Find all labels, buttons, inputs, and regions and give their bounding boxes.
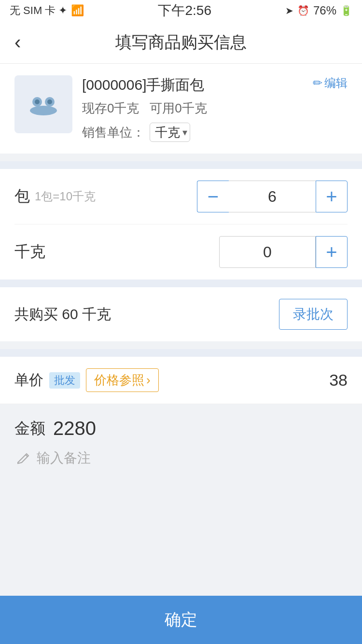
price-ref-arrow-icon: › [146, 373, 151, 388]
confirm-button[interactable]: 确定 [0, 596, 362, 644]
wifi-icon: 📶 [71, 4, 84, 17]
amount-section: 金额 2280 输入备注 [0, 404, 362, 477]
unit-select-wrapper[interactable]: 千克 包 克 [150, 123, 190, 142]
price-section: 单价 批发 价格参照 › 38 [0, 357, 362, 404]
kg-increment-button[interactable]: + [316, 236, 348, 268]
amount-label: 金额 [14, 418, 45, 439]
bag-quantity-control: − + [197, 181, 348, 212]
price-ref-button[interactable]: 价格参照 › [86, 368, 159, 392]
product-card: [0000006]手撕面包 ✏ 编辑 现存0千克 可用0千克 销售单位： 千克 … [0, 64, 362, 154]
summary-text: 共购买 60 千克 [14, 305, 111, 324]
product-thumbnail [14, 75, 72, 133]
product-name-text: 手撕面包 [146, 77, 204, 93]
section-divider-1 [0, 161, 362, 169]
edit-label: 编辑 [324, 75, 348, 91]
section-divider-3 [0, 349, 362, 357]
bag-label: 包 [14, 186, 30, 207]
pencil-icon [14, 449, 32, 467]
back-button[interactable]: ‹ [10, 27, 26, 58]
battery-label: 76% [313, 4, 336, 17]
edit-button[interactable]: ✏ 编辑 [313, 75, 348, 91]
product-stock: 现存0千克 可用0千克 [82, 100, 348, 117]
battery-icon: 🔋 [340, 5, 352, 16]
product-name: [0000006]手撕面包 [82, 75, 204, 95]
location-icon: ➤ [285, 5, 293, 16]
status-left: 无 SIM 卡 ✦ 📶 [10, 3, 84, 18]
stock-label: 现存0千克 [82, 101, 139, 115]
product-info: [0000006]手撕面包 ✏ 编辑 现存0千克 可用0千克 销售单位： 千克 … [82, 75, 348, 142]
product-name-row: [0000006]手撕面包 ✏ 编辑 [82, 75, 348, 95]
page-title: 填写商品购买信息 [115, 31, 247, 54]
bag-decrement-button[interactable]: − [197, 181, 229, 212]
kg-label: 千克 [14, 241, 45, 263]
product-code: [0000006] [82, 77, 146, 93]
bag-input-row: 包 1包=10千克 − + [14, 169, 348, 224]
svg-point-2 [30, 106, 57, 115]
bag-increment-button[interactable]: + [316, 181, 348, 212]
sim-label: 无 SIM 卡 ✦ [10, 3, 67, 18]
price-ref-label: 价格参照 [94, 372, 144, 389]
nav-bar: ‹ 填写商品购买信息 [0, 21, 362, 64]
status-time: 下午2:56 [158, 1, 211, 20]
status-right: ➤ ⏰ 76% 🔋 [285, 4, 352, 17]
amount-row: 金额 2280 [14, 418, 348, 439]
back-icon: ‹ [14, 31, 21, 53]
price-label-row: 单价 批发 价格参照 › [14, 368, 159, 392]
batch-button[interactable]: 录批次 [279, 299, 348, 330]
kg-quantity-input[interactable] [219, 236, 316, 268]
bag-hint: 1包=10千克 [35, 189, 96, 204]
input-section: 包 1包=10千克 − + 千克 + [0, 169, 362, 280]
product-unit-row: 销售单位： 千克 包 克 [82, 123, 348, 142]
pencil-svg-icon [16, 451, 30, 465]
remark-placeholder[interactable]: 输入备注 [37, 449, 91, 467]
bag-quantity-input[interactable] [229, 181, 316, 212]
product-logo-icon [27, 92, 60, 116]
edit-icon: ✏ [313, 76, 322, 90]
unit-prefix-label: 销售单位： [82, 124, 145, 141]
status-bar: 无 SIM 卡 ✦ 📶 下午2:56 ➤ ⏰ 76% 🔋 [0, 0, 362, 21]
alarm-icon: ⏰ [297, 5, 309, 16]
svg-point-3 [35, 99, 40, 104]
unit-select[interactable]: 千克 包 克 [150, 123, 190, 142]
bag-label-group: 包 1包=10千克 [14, 186, 96, 207]
pifa-badge: 批发 [49, 372, 80, 389]
amount-value: 2280 [53, 418, 96, 439]
remark-row[interactable]: 输入备注 [14, 449, 348, 467]
price-value: 38 [329, 371, 348, 390]
available-label: 可用0千克 [150, 101, 207, 115]
price-label: 单价 [14, 370, 43, 390]
summary-section: 共购买 60 千克 录批次 [0, 287, 362, 341]
bottom-spacer [0, 477, 362, 612]
section-divider-2 [0, 280, 362, 287]
kg-input-row: 千克 + [14, 224, 348, 280]
kg-quantity-control: + [219, 236, 348, 268]
svg-point-4 [47, 99, 52, 104]
